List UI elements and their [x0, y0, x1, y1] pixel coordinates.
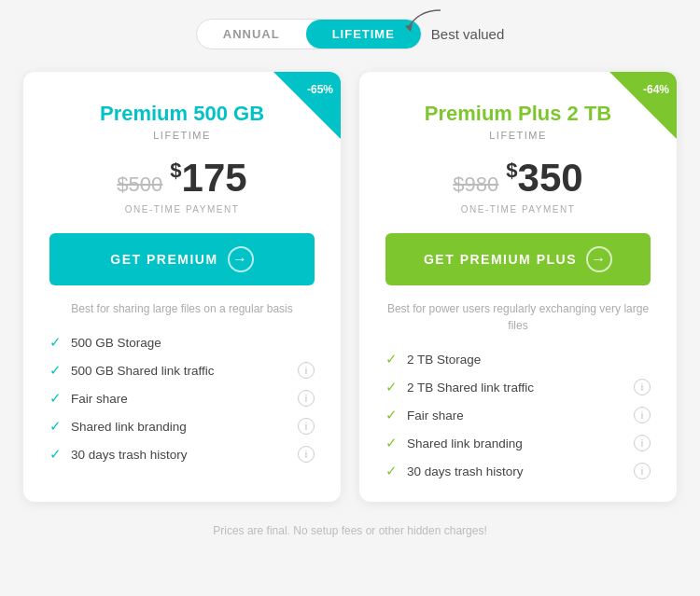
price-row: $980 $350 [385, 156, 651, 201]
feature-item-1-3: ✓ Shared link branding i [385, 435, 651, 451]
info-icon[interactable]: i [634, 407, 651, 423]
best-for-text: Best for power users regularly exchangin… [385, 300, 651, 334]
feature-text: 30 days trash history [407, 464, 524, 478]
check-icon: ✓ [49, 362, 62, 379]
cta-label: GET PREMIUM [110, 252, 217, 267]
info-icon[interactable]: i [634, 379, 651, 395]
feature-text: Fair share [407, 409, 464, 423]
cta-button[interactable]: GET PREMIUM → [49, 233, 315, 285]
feature-text: 2 TB Shared link traffic [407, 381, 534, 395]
feature-text: 500 GB Shared link traffic [71, 364, 215, 378]
feature-item-1-2: ✓ Fair share i [385, 407, 651, 423]
check-icon: ✓ [385, 463, 398, 479]
feature-text: Shared link branding [71, 420, 187, 434]
feature-item-0-2: ✓ Fair share i [49, 390, 315, 407]
plan-card-premium-plus: -64% Premium Plus 2 TB LIFETIME $980 $35… [359, 72, 677, 502]
pricing-cards: -65% Premium 500 GB LIFETIME $500 $175 O… [9, 72, 691, 502]
check-icon: ✓ [49, 334, 62, 351]
price-row: $500 $175 [49, 156, 315, 201]
price-old: $500 [117, 173, 162, 197]
cta-arrow-icon: → [228, 246, 254, 272]
arrow-icon [403, 6, 450, 34]
price-label: ONE-TIME PAYMENT [385, 204, 651, 215]
check-icon: ✓ [385, 407, 398, 423]
price-new: $350 [506, 156, 582, 201]
feature-list: ✓ 500 GB Storage ✓ 500 GB Shared link tr… [49, 334, 315, 463]
best-for-text: Best for sharing large files on a regula… [49, 300, 315, 317]
check-icon: ✓ [49, 418, 62, 435]
discount-badge: -64% [609, 72, 677, 139]
cta-button[interactable]: GET PREMIUM PLUS → [385, 233, 651, 285]
feature-item-0-4: ✓ 30 days trash history i [49, 446, 315, 463]
info-icon[interactable]: i [298, 418, 315, 435]
feature-item-0-3: ✓ Shared link branding i [49, 418, 315, 435]
check-icon: ✓ [49, 446, 62, 463]
feature-item-1-0: ✓ 2 TB Storage [385, 351, 651, 367]
feature-text: Shared link branding [407, 437, 523, 450]
info-icon[interactable]: i [298, 446, 315, 463]
info-icon[interactable]: i [298, 390, 315, 407]
check-icon: ✓ [385, 435, 398, 451]
billing-toggle[interactable]: ANNUAL LIFETIME [196, 19, 422, 49]
info-icon[interactable]: i [634, 463, 651, 479]
feature-item-0-0: ✓ 500 GB Storage [49, 334, 315, 351]
feature-text: 30 days trash history [71, 448, 188, 462]
feature-text: Fair share [71, 392, 128, 406]
check-icon: ✓ [385, 379, 398, 395]
info-icon[interactable]: i [634, 435, 651, 451]
price-new: $175 [170, 156, 246, 201]
cta-arrow-icon: → [586, 246, 612, 272]
discount-text: -64% [643, 83, 669, 96]
billing-toggle-section: ANNUAL LIFETIME Best valued [196, 19, 505, 49]
svg-marker-0 [405, 24, 413, 32]
feature-text: 500 GB Storage [71, 336, 161, 350]
cta-label: GET PREMIUM PLUS [424, 252, 577, 267]
price-label: ONE-TIME PAYMENT [49, 204, 315, 215]
feature-text: 2 TB Storage [407, 353, 481, 367]
footer-note: Prices are final. No setup fees or other… [213, 524, 487, 537]
check-icon: ✓ [385, 351, 398, 367]
check-icon: ✓ [49, 390, 62, 407]
annual-toggle-btn[interactable]: ANNUAL [197, 20, 306, 49]
feature-item-1-1: ✓ 2 TB Shared link traffic i [385, 379, 651, 395]
price-old: $980 [453, 173, 498, 197]
info-icon[interactable]: i [298, 362, 315, 379]
feature-list: ✓ 2 TB Storage ✓ 2 TB Shared link traffi… [385, 351, 651, 479]
feature-item-1-4: ✓ 30 days trash history i [385, 463, 651, 479]
discount-badge: -65% [273, 72, 341, 139]
best-valued-label: Best valued [431, 26, 504, 42]
discount-text: -65% [307, 83, 333, 96]
feature-item-0-1: ✓ 500 GB Shared link traffic i [49, 362, 315, 379]
plan-card-premium: -65% Premium 500 GB LIFETIME $500 $175 O… [23, 72, 341, 502]
